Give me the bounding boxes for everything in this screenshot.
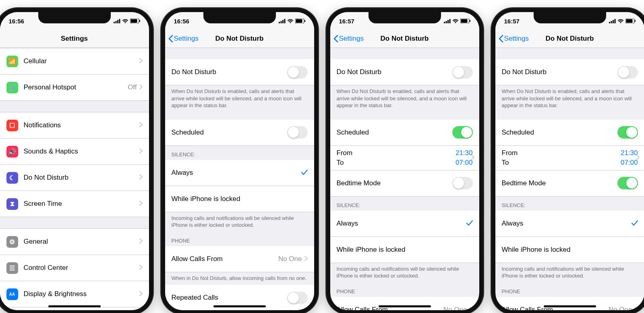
scheduled-row[interactable]: Scheduled	[495, 120, 644, 146]
content-scroll[interactable]: Do Not DisturbWhen Do Not Disturb is ena…	[165, 48, 314, 310]
scheduled-row[interactable]: Scheduled	[330, 120, 479, 146]
dnd-row[interactable]: Do Not Disturb	[495, 59, 644, 85]
silence-footer: Incoming calls and notifications will be…	[330, 263, 479, 283]
content-scroll[interactable]: 📶Cellular🔗Personal HotspotOff☐Notificati…	[0, 48, 149, 310]
signal-icon	[444, 19, 451, 23]
scheduled-toggle[interactable]	[452, 126, 473, 139]
bedtime-label: Bedtime Mode	[502, 179, 617, 187]
chevron-right-icon	[139, 83, 143, 91]
antenna-icon: 📶	[6, 56, 18, 67]
allow-calls-row[interactable]: Allow Calls FromNo One	[165, 246, 314, 272]
scheduled-label: Scheduled	[502, 129, 617, 137]
nav-title: Settings	[61, 35, 88, 43]
settings-row-general[interactable]: ⚙General	[0, 228, 149, 255]
dnd-toggle[interactable]	[617, 66, 638, 79]
settings-row-cellular[interactable]: 📶Cellular	[0, 48, 149, 75]
silence-locked-row[interactable]: While iPhone is locked	[330, 237, 479, 263]
repeated-toggle[interactable]	[287, 292, 308, 304]
content-scroll[interactable]: Do Not DisturbWhen Do Not Disturb is ena…	[495, 48, 644, 310]
svg-rect-12	[296, 19, 302, 23]
svg-rect-5	[130, 19, 137, 23]
to-label: To	[337, 159, 344, 167]
silence-locked-label: While iPhone is locked	[502, 246, 638, 254]
silence-always-label: Always	[337, 220, 466, 228]
svg-rect-3	[119, 19, 120, 23]
home-indicator[interactable]	[48, 305, 101, 307]
schedule-time-row[interactable]: From21:30To07:00	[330, 146, 479, 170]
status-icons	[609, 19, 636, 23]
settings-row-do-not-disturb[interactable]: ☾Do Not Disturb	[0, 165, 149, 191]
back-button[interactable]: Settings	[499, 35, 529, 43]
schedule-time-row[interactable]: From21:30To07:00	[495, 146, 644, 170]
silence-locked-label: While iPhone is locked	[172, 195, 308, 203]
scheduled-label: Scheduled	[337, 129, 452, 137]
dnd-row[interactable]: Do Not Disturb	[165, 59, 314, 85]
silence-always-row[interactable]: Always	[330, 211, 479, 237]
silence-locked-row[interactable]: While iPhone is locked	[495, 237, 644, 263]
dnd-toggle[interactable]	[452, 66, 473, 79]
battery-icon	[130, 19, 140, 23]
dnd-label: Do Not Disturb	[502, 68, 617, 76]
scheduled-label: Scheduled	[172, 129, 287, 137]
chevron-right-icon	[304, 255, 308, 263]
allow-calls-row[interactable]: Allow Calls FromNo One	[330, 297, 479, 310]
bedtime-row[interactable]: Bedtime Mode	[495, 170, 644, 197]
silence-always-row[interactable]: Always	[495, 211, 644, 237]
status-icons	[114, 19, 140, 23]
settings-row-wallpaper[interactable]: ✿Wallpaper	[0, 307, 149, 310]
silence-header: SILENCE:	[330, 197, 479, 211]
dnd-toggle[interactable]	[287, 66, 308, 79]
settings-row-personal-hotspot[interactable]: 🔗Personal HotspotOff	[0, 75, 149, 101]
bedtime-label: Bedtime Mode	[337, 179, 452, 187]
from-label: From	[337, 149, 353, 157]
home-indicator[interactable]	[213, 305, 266, 307]
checkmark-icon	[632, 219, 638, 228]
settings-row-notifications[interactable]: ☐Notifications	[0, 112, 149, 139]
back-button[interactable]: Settings	[168, 35, 199, 43]
scheduled-toggle[interactable]	[287, 126, 308, 139]
settings-row-sounds-haptics[interactable]: 🔊Sounds & Haptics	[0, 139, 149, 165]
dnd-footer: When Do Not Disturb is enabled, calls an…	[495, 85, 644, 112]
checkmark-icon	[466, 219, 473, 228]
nav-title: Do Not Disturb	[381, 35, 429, 43]
chevron-right-icon	[139, 121, 143, 129]
row-detail: Off	[128, 83, 137, 91]
nav-bar: SettingsDo Not Disturb	[330, 30, 479, 48]
silence-always-row[interactable]: Always	[165, 160, 314, 186]
scheduled-row[interactable]: Scheduled	[165, 120, 314, 146]
svg-rect-20	[470, 20, 470, 22]
to-value: 07:00	[456, 159, 473, 167]
silence-always-label: Always	[502, 220, 632, 228]
scheduled-toggle[interactable]	[617, 126, 638, 139]
home-indicator[interactable]	[544, 305, 596, 307]
settings-row-display-brightness[interactable]: AADisplay & Brightness	[0, 281, 149, 307]
svg-rect-10	[284, 19, 285, 23]
bedtime-toggle[interactable]	[452, 177, 473, 189]
silence-locked-row[interactable]: While iPhone is locked	[165, 186, 314, 212]
back-button[interactable]: Settings	[333, 35, 364, 43]
allow-calls-label: Allow Calls From	[172, 255, 278, 263]
bedtime-toggle[interactable]	[617, 177, 638, 189]
settings-row-screen-time[interactable]: ⧗Screen Time	[0, 191, 149, 217]
wifi-icon	[452, 19, 459, 23]
silence-footer: Incoming calls and notifications will be…	[495, 263, 644, 283]
from-value: 21:30	[456, 149, 473, 157]
settings-row-control-center[interactable]: ☰Control Center	[0, 255, 149, 281]
dnd-label: Do Not Disturb	[337, 68, 452, 76]
home-indicator[interactable]	[379, 305, 431, 307]
wifi-icon	[617, 19, 624, 23]
phone-1: 16:56 SettingsDo Not DisturbDo Not Distu…	[161, 8, 318, 313]
allow-calls-row[interactable]: Allow Calls FromNo One	[495, 297, 644, 310]
row-label: Sounds & Haptics	[24, 147, 139, 155]
chevron-right-icon	[139, 264, 143, 272]
content-scroll[interactable]: Do Not DisturbWhen Do Not Disturb is ena…	[330, 48, 479, 310]
wifi-icon	[122, 19, 128, 23]
svg-rect-26	[626, 19, 632, 23]
bedtime-row[interactable]: Bedtime Mode	[330, 170, 479, 197]
svg-rect-9	[282, 20, 284, 23]
svg-rect-19	[461, 19, 467, 23]
nav-title: Do Not Disturb	[215, 35, 264, 43]
svg-rect-24	[614, 19, 615, 23]
dnd-row[interactable]: Do Not Disturb	[330, 59, 479, 85]
nav-bar: SettingsDo Not Disturb	[165, 30, 314, 48]
